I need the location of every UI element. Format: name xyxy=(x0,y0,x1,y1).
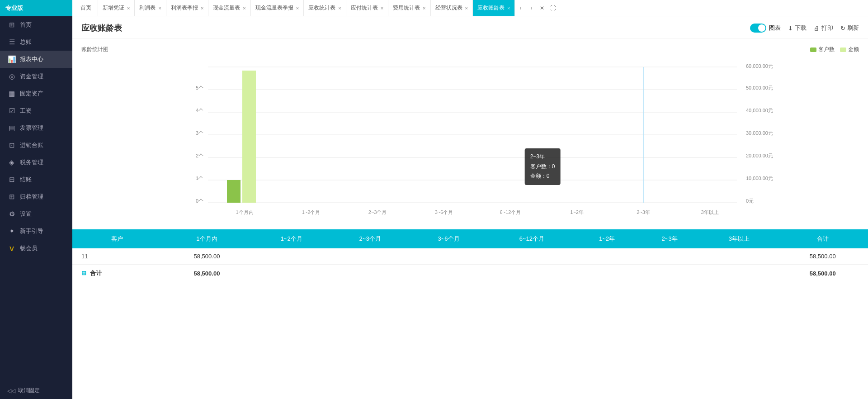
unpin-label: 取消固定 xyxy=(18,387,40,394)
tab-expense-stats[interactable]: 费用统计表 × xyxy=(388,0,430,16)
cell-y3plus xyxy=(701,248,777,265)
tab-new-voucher[interactable]: 新增凭证 × xyxy=(98,0,135,16)
sidebar-item-asset[interactable]: ▦ 固定资产 xyxy=(0,85,72,102)
tab-payable-stats[interactable]: 应付统计表 × xyxy=(346,0,388,16)
cell-m1: 58,500.00 xyxy=(161,248,252,265)
page-title: 应收账龄表 xyxy=(81,23,122,33)
sidebar-item-settings[interactable]: ⚙ 设置 xyxy=(0,205,72,223)
tab-expand-button[interactable]: ⛶ xyxy=(547,0,558,16)
report-icon: 📊 xyxy=(7,55,16,63)
tab-cashflow[interactable]: 现金流量表 × xyxy=(208,0,250,16)
chart-toggle[interactable]: 图表 xyxy=(750,24,781,33)
cell-m612 xyxy=(488,248,576,265)
guide-icon: ✦ xyxy=(7,227,16,235)
tab-label: 利润表季报 xyxy=(171,4,198,12)
legend-amount-label: 金额 xyxy=(848,46,859,53)
sidebar-item-tax[interactable]: ◈ 税务管理 xyxy=(0,154,72,171)
tab-close-icon[interactable]: × xyxy=(296,5,299,11)
sidebar-item-report[interactable]: 📊 报表中心 xyxy=(0,51,72,68)
tab-prev-button[interactable]: ‹ xyxy=(515,0,526,16)
tab-label: 应收统计表 xyxy=(308,4,335,12)
sidebar-item-archive[interactable]: ⊞ 归档管理 xyxy=(0,188,72,205)
chart-title: 账龄统计图 xyxy=(81,46,859,53)
download-label: 下载 xyxy=(795,24,807,32)
cell-m23 xyxy=(331,248,410,265)
download-icon: ⬇ xyxy=(788,25,793,32)
col-customer: 客户 xyxy=(72,229,161,248)
chart-legend: 客户数 金额 xyxy=(810,46,859,53)
total-label-cell: ⊞ 合计 xyxy=(72,265,161,282)
legend-customer-label: 客户数 xyxy=(818,46,835,53)
tab-close-icon[interactable]: × xyxy=(381,5,383,11)
svg-text:0个: 0个 xyxy=(196,198,203,204)
tab-aging-report[interactable]: 应收账龄表 × xyxy=(473,0,515,16)
svg-text:50,000.00元: 50,000.00元 xyxy=(746,85,773,90)
tab-cashflow-quarter[interactable]: 现金流量表季报 × xyxy=(251,0,304,16)
sidebar-item-ledger[interactable]: ☰ 总账 xyxy=(0,33,72,51)
sidebar-logo: 专业版 xyxy=(0,0,72,16)
download-button[interactable]: ⬇ 下载 xyxy=(788,24,807,32)
legend-customer-color xyxy=(810,48,816,52)
sidebar-item-label: 固定资产 xyxy=(20,90,43,98)
sidebar-item-salary[interactable]: ☑ 工资 xyxy=(0,102,72,119)
sidebar-item-sales[interactable]: ⊡ 进销台账 xyxy=(0,137,72,154)
tab-close-icon[interactable]: × xyxy=(507,5,510,11)
svg-text:1~2年: 1~2年 xyxy=(570,209,584,215)
tab-close-icon[interactable]: × xyxy=(423,5,425,11)
tab-profit[interactable]: 利润表 × xyxy=(135,0,166,16)
tab-label: 费用统计表 xyxy=(393,4,420,12)
tab-close-icon[interactable]: × xyxy=(158,5,161,11)
col-total: 合计 xyxy=(777,229,868,248)
sidebar-item-vip[interactable]: V 畅会员 xyxy=(0,240,72,257)
invoice-icon: ▤ xyxy=(7,124,16,132)
page-content-area: 应收账龄表 图表 ⬇ 下载 🖨 打印 ↻ 刷新 xyxy=(72,16,868,399)
total-y23 xyxy=(638,265,701,282)
tab-close-icon[interactable]: × xyxy=(243,5,245,11)
sidebar-item-guide[interactable]: ✦ 新手引导 xyxy=(0,223,72,240)
tab-label: 现金流量表 xyxy=(213,4,240,12)
table-header-row: 客户 1个月内 1~2个月 2~3个月 3~6个月 6~12个月 1~2年 2~… xyxy=(72,229,868,248)
tab-close-icon[interactable]: × xyxy=(465,5,468,11)
vip-icon: V xyxy=(7,245,16,252)
svg-text:3年以上: 3年以上 xyxy=(701,209,718,215)
aging-table: 客户 1个月内 1~2个月 2~3个月 3~6个月 6~12个月 1~2年 2~… xyxy=(72,229,868,282)
svg-text:3个: 3个 xyxy=(196,130,203,136)
tab-close-icon[interactable]: × xyxy=(127,5,130,11)
archive-icon: ⊞ xyxy=(7,193,16,201)
refresh-button[interactable]: ↻ 刷新 xyxy=(840,24,859,32)
col-m23: 2~3个月 xyxy=(331,229,410,248)
print-icon: 🖨 xyxy=(814,25,820,32)
total-label: 合计 xyxy=(90,270,102,276)
tab-business-status[interactable]: 经营状况表 × xyxy=(431,0,473,16)
tab-close-icon[interactable]: × xyxy=(201,5,203,11)
tab-close-all-button[interactable]: ✕ xyxy=(537,0,547,16)
refresh-icon: ↻ xyxy=(840,25,845,32)
unpin-button[interactable]: ◁◁ 取消固定 xyxy=(0,382,72,399)
ledger-icon: ☰ xyxy=(7,38,16,46)
sidebar-item-close[interactable]: ⊟ 结账 xyxy=(0,171,72,188)
cell-total: 58,500.00 xyxy=(777,248,868,265)
sidebar-item-label: 报表中心 xyxy=(20,55,43,63)
total-y12 xyxy=(576,265,638,282)
svg-text:60,000.00元: 60,000.00元 xyxy=(746,63,773,69)
sidebar-item-fund[interactable]: ◎ 资金管理 xyxy=(0,68,72,85)
cell-y23 xyxy=(638,248,701,265)
tab-bar: 首页 新增凭证 × 利润表 × 利润表季报 × 现金流量表 × 现金流量表季报 … xyxy=(72,0,868,16)
tab-next-button[interactable]: › xyxy=(526,0,537,16)
tab-label: 应付统计表 xyxy=(351,4,378,12)
legend-customer: 客户数 xyxy=(810,46,835,53)
total-icon: ⊞ xyxy=(81,270,86,276)
tab-close-icon[interactable]: × xyxy=(338,5,341,11)
chart-svg-container: 0个 1个 2个 3个 4个 5个 0元 10,000.00元 20,000.0… xyxy=(81,58,859,222)
sidebar-item-home[interactable]: ⊞ 首页 xyxy=(0,16,72,33)
tab-receivable-stats[interactable]: 应收统计表 × xyxy=(304,0,346,16)
sidebar-item-invoice[interactable]: ▤ 发票管理 xyxy=(0,119,72,137)
tab-profit-quarter[interactable]: 利润表季报 × xyxy=(166,0,208,16)
svg-text:6~12个月: 6~12个月 xyxy=(500,209,521,215)
tab-label: 经营状况表 xyxy=(435,4,462,12)
tab-home[interactable]: 首页 xyxy=(74,0,98,16)
col-y3plus: 3年以上 xyxy=(701,229,777,248)
toggle-track[interactable] xyxy=(750,24,766,33)
table-row: 11 58,500.00 58,500.00 xyxy=(72,248,868,265)
print-button[interactable]: 🖨 打印 xyxy=(814,24,833,32)
